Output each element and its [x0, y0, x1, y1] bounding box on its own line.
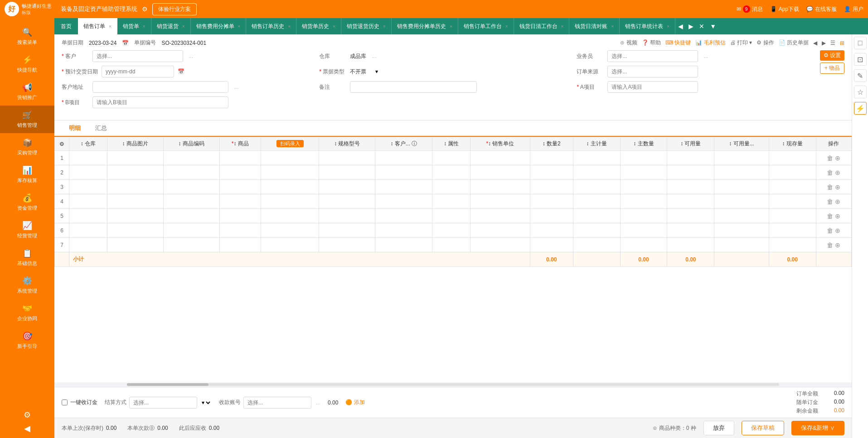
- tab-order-stats[interactable]: 销售订单统计表 ×: [620, 18, 675, 34]
- row-5-available2[interactable]: [714, 209, 769, 223]
- row-5-main-unit[interactable]: [573, 209, 620, 223]
- settings-gear-icon[interactable]: ⚙: [142, 5, 148, 13]
- tab-close-all-btn[interactable]: ✕: [696, 23, 707, 30]
- right-panel-icon-4[interactable]: ☆: [854, 86, 867, 98]
- row-6-delete-icon[interactable]: 🗑: [827, 227, 833, 234]
- row-2-product[interactable]: [219, 165, 261, 180]
- date-value[interactable]: 2023-03-24: [89, 40, 116, 46]
- save-draft-btn[interactable]: 保存草稿: [742, 421, 784, 435]
- row-4-code[interactable]: [163, 194, 219, 209]
- list-view-btn[interactable]: ☰: [830, 40, 835, 46]
- tab-close-return-history[interactable]: ×: [383, 24, 386, 29]
- print-action[interactable]: 🖨 打印 ▾: [730, 39, 752, 47]
- row-6-scan[interactable]: [261, 223, 319, 238]
- row-7-image[interactable]: [107, 238, 163, 252]
- tab-goods-history[interactable]: 销货单历史 ×: [296, 18, 341, 34]
- collapse-icon[interactable]: ◀: [24, 424, 30, 433]
- order-source-input[interactable]: [607, 66, 698, 77]
- scrollbar-track[interactable]: [127, 383, 779, 386]
- invoice-select[interactable]: ▾: [372, 66, 426, 77]
- sidebar-item-marketing[interactable]: 📢 营销推广: [0, 78, 54, 106]
- row-4-delete-icon[interactable]: 🗑: [827, 198, 833, 205]
- shortcut-action[interactable]: ⌨ 快捷键: [665, 39, 691, 47]
- tab-close-sales-goods[interactable]: ×: [143, 24, 145, 29]
- row-1-available[interactable]: [667, 151, 714, 165]
- settings-bottom-icon[interactable]: ⚙: [24, 410, 31, 420]
- tab-summary[interactable]: 汇总: [88, 120, 114, 136]
- sidebar-item-finance[interactable]: 💰 资金管理: [0, 188, 54, 216]
- row-3-image[interactable]: [107, 180, 163, 194]
- row-7-product[interactable]: [219, 238, 261, 252]
- message-icon-area[interactable]: ✉ 9 消息: [737, 5, 763, 13]
- row-4-available2[interactable]: [714, 194, 769, 209]
- row-7-attr[interactable]: [432, 238, 470, 252]
- row-3-current[interactable]: [769, 180, 816, 194]
- help-action[interactable]: ❓ 帮助: [642, 39, 661, 47]
- row-4-unit[interactable]: [470, 194, 530, 209]
- row-1-current[interactable]: [769, 151, 816, 165]
- row-7-scan[interactable]: [261, 238, 319, 252]
- sidebar-item-inventory[interactable]: 📊 库存核算: [0, 161, 54, 188]
- customer-more-btn[interactable]: ...: [189, 53, 193, 59]
- row-1-spec[interactable]: [319, 151, 375, 165]
- row-1-attr[interactable]: [432, 151, 470, 165]
- row-2-copy-icon[interactable]: ⊕: [835, 169, 840, 176]
- row-6-current[interactable]: [769, 223, 816, 238]
- row-2-main-unit[interactable]: [573, 165, 620, 180]
- tab-close-order-workbench[interactable]: ×: [505, 24, 508, 29]
- row-2-code[interactable]: [163, 165, 219, 180]
- row-1-product[interactable]: [219, 151, 261, 165]
- row-7-available2[interactable]: [714, 238, 769, 252]
- warehouse-more-btn[interactable]: ...: [372, 53, 376, 59]
- row-2-available2[interactable]: [714, 165, 769, 180]
- sidebar-item-purchase[interactable]: 📦 采购管理: [0, 133, 54, 161]
- tab-detail[interactable]: 明细: [62, 120, 88, 137]
- scrollbar-thumb[interactable]: [127, 383, 209, 386]
- discard-btn[interactable]: 放弃: [703, 421, 734, 435]
- row-4-main-unit[interactable]: [573, 194, 620, 209]
- row-3-scan[interactable]: [261, 180, 319, 194]
- row-6-unit[interactable]: [470, 223, 530, 238]
- tab-menu-btn[interactable]: ▼: [707, 23, 719, 30]
- row-5-unit[interactable]: [470, 209, 530, 223]
- row-4-spec[interactable]: [319, 194, 375, 209]
- row-3-warehouse[interactable]: [69, 180, 107, 194]
- tab-close-cash-reconcile[interactable]: ×: [611, 24, 614, 29]
- right-panel-icon-2[interactable]: ⊡: [854, 53, 867, 66]
- row-7-copy-icon[interactable]: ⊕: [835, 241, 840, 249]
- account-more-btn[interactable]: ...: [316, 399, 320, 406]
- row-1-delete-icon[interactable]: 🗑: [827, 154, 833, 162]
- tab-close-sales-return[interactable]: ×: [182, 24, 185, 29]
- row-1-customer[interactable]: [375, 151, 432, 165]
- online-service[interactable]: 💬 在线客服: [806, 5, 837, 13]
- staff-more-btn[interactable]: ...: [703, 53, 708, 59]
- row-2-image[interactable]: [107, 165, 163, 180]
- row-3-available2[interactable]: [714, 180, 769, 194]
- row-5-copy-icon[interactable]: ⊕: [835, 212, 840, 220]
- sidebar-item-enterprise[interactable]: 🤝 企业协同: [0, 299, 54, 327]
- sidebar-item-sales[interactable]: 🛒 销售管理: [0, 106, 54, 133]
- row-4-attr[interactable]: [432, 194, 470, 209]
- address-more-btn[interactable]: ...: [234, 84, 238, 90]
- row-2-available[interactable]: [667, 165, 714, 180]
- right-panel-icon-5[interactable]: ⚡: [854, 102, 867, 115]
- row-5-code[interactable]: [163, 209, 219, 223]
- tab-close-sales-expense[interactable]: ×: [238, 24, 241, 29]
- row-6-main-unit[interactable]: [573, 223, 620, 238]
- industry-btn[interactable]: 体验行业方案: [152, 3, 197, 15]
- row-1-main-qty[interactable]: [620, 151, 667, 165]
- app-download[interactable]: 📱 App下载: [770, 5, 799, 13]
- row-3-available[interactable]: [667, 180, 714, 194]
- row-7-qty2[interactable]: [530, 238, 573, 252]
- row-5-qty2[interactable]: [530, 209, 573, 223]
- tab-expense-history[interactable]: 销售费用分摊单历史 ×: [392, 18, 458, 34]
- tab-close-order-history[interactable]: ×: [288, 24, 291, 29]
- row-2-unit[interactable]: [470, 165, 530, 180]
- row-2-warehouse[interactable]: [69, 165, 107, 180]
- row-4-product[interactable]: [219, 194, 261, 209]
- bproject-input[interactable]: [92, 96, 228, 108]
- row-5-current[interactable]: [769, 209, 816, 223]
- tab-cash-reconcile[interactable]: 钱货日清对账 ×: [569, 18, 620, 34]
- tab-close-expense-history[interactable]: ×: [450, 24, 452, 29]
- row-7-customer[interactable]: [375, 238, 432, 252]
